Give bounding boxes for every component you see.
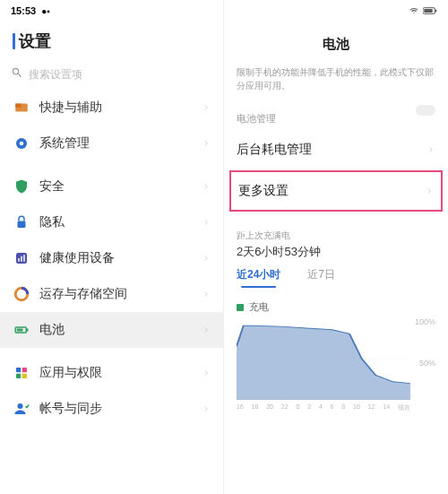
svg-rect-6 <box>18 258 20 262</box>
svg-rect-8 <box>23 255 25 262</box>
status-bar: 15:53 ●▪ <box>0 0 223 22</box>
chevron-right-icon <box>426 143 435 157</box>
status-bar-right <box>224 0 448 22</box>
tab-7d[interactable]: 近7日 <box>307 267 335 288</box>
svg-rect-12 <box>27 329 29 332</box>
row-background-power[interactable]: 后台耗电管理 <box>224 133 448 167</box>
svg-rect-20 <box>435 10 436 13</box>
sidebar-item-account[interactable]: 帐号与同步 <box>0 391 223 427</box>
row-more-settings[interactable]: 更多设置 <box>229 170 443 212</box>
section-header: 电池管理 <box>224 100 448 133</box>
page-title: 设置 <box>19 30 51 52</box>
battery-chart: 100% 50% 16 18 20 22 0 2 4 6 8 10 12 <box>237 317 435 416</box>
search-placeholder: 搜索设置项 <box>29 67 82 82</box>
wellbeing-icon <box>13 249 30 267</box>
sidebar-item-label: 帐号与同步 <box>39 401 202 417</box>
accent-bar <box>13 33 15 49</box>
search-icon <box>11 66 23 82</box>
chevron-right-icon <box>202 179 211 194</box>
sidebar-item-battery[interactable]: 电池 <box>0 312 223 348</box>
sidebar-item-wellbeing[interactable]: 健康使用设备 <box>0 240 223 276</box>
svg-rect-11 <box>17 329 23 332</box>
legend-dot-icon <box>237 304 244 311</box>
chevron-right-icon <box>202 402 211 416</box>
search-input[interactable]: 搜索设置项 <box>9 66 214 82</box>
sidebar-item-label: 隐私 <box>39 214 202 230</box>
battery-icon <box>13 321 30 339</box>
sidebar-item-security[interactable]: 安全 <box>0 169 223 204</box>
tab-24h[interactable]: 近24小时 <box>237 267 280 288</box>
sidebar-item-system[interactable]: 系统管理 <box>0 126 223 161</box>
chart-area <box>237 317 410 400</box>
svg-rect-16 <box>22 374 27 378</box>
sidebar-item-shortcut[interactable]: 快捷与辅助 <box>0 90 223 126</box>
sidebar-item-label: 系统管理 <box>39 135 202 152</box>
settings-list: 快捷与辅助 系统管理 安全 隐私 健康使用设备 运存与存储空间 <box>0 90 223 494</box>
svg-rect-14 <box>22 368 27 372</box>
apps-icon <box>13 364 30 382</box>
since-charge-value: 2天6小时53分钟 <box>224 242 448 267</box>
legend-label: 充电 <box>249 300 269 314</box>
chart-x-labels: 16 18 20 22 0 2 4 6 8 10 12 14 现在 <box>237 403 410 416</box>
row-label: 更多设置 <box>238 183 425 199</box>
mode-description: 限制手机的功能并降低手机的性能，此模式下仅部分应用可用。 <box>224 65 448 100</box>
svg-rect-13 <box>16 368 21 372</box>
shield-icon <box>13 178 30 195</box>
sidebar-item-apps[interactable]: 应用与权限 <box>0 355 223 391</box>
detail-title: 电池 <box>224 22 448 65</box>
account-icon <box>13 400 30 418</box>
chevron-right-icon <box>202 100 211 115</box>
time-range-tabs: 近24小时 近7日 <box>224 267 448 288</box>
svg-rect-4 <box>18 221 26 229</box>
lock-icon <box>13 213 30 231</box>
svg-point-3 <box>20 142 24 146</box>
svg-rect-19 <box>424 9 432 13</box>
sidebar-item-label: 健康使用设备 <box>39 250 202 266</box>
svg-rect-15 <box>16 374 21 378</box>
storage-icon <box>13 285 30 303</box>
chevron-right-icon <box>202 366 211 380</box>
chart-legend: 充电 <box>224 295 448 317</box>
chevron-right-icon <box>202 136 211 151</box>
battery-status-icon <box>423 6 437 15</box>
since-charge-label: 距上次充满电 <box>224 215 448 242</box>
mode-switch[interactable] <box>416 105 435 116</box>
status-icons <box>409 6 437 15</box>
row-label: 后台耗电管理 <box>237 142 426 158</box>
page-title-row: 设置 <box>0 22 223 61</box>
sidebar-item-label: 运存与存储空间 <box>39 286 202 302</box>
chevron-right-icon <box>202 215 211 230</box>
status-time: 15:53 <box>11 5 36 16</box>
sidebar-item-label: 应用与权限 <box>39 365 202 381</box>
status-camera-icon: ●▪ <box>41 6 50 16</box>
chevron-right-icon <box>202 287 211 301</box>
sidebar-item-label: 快捷与辅助 <box>39 100 202 116</box>
chart-y-labels: 100% 50% <box>412 317 435 400</box>
gear-icon <box>13 134 30 152</box>
sidebar-item-privacy[interactable]: 隐私 <box>0 204 223 240</box>
svg-point-17 <box>18 403 23 409</box>
sidebar-item-storage[interactable]: 运存与存储空间 <box>0 276 223 312</box>
chevron-right-icon <box>202 251 211 265</box>
chevron-right-icon <box>425 184 434 198</box>
sidebar-item-label: 电池 <box>39 322 202 338</box>
chevron-right-icon <box>202 323 211 337</box>
sidebar-item-label: 安全 <box>39 178 202 195</box>
svg-rect-1 <box>15 104 21 108</box>
wifi-icon <box>409 6 419 15</box>
svg-rect-7 <box>21 256 22 262</box>
shortcut-icon <box>13 99 30 117</box>
